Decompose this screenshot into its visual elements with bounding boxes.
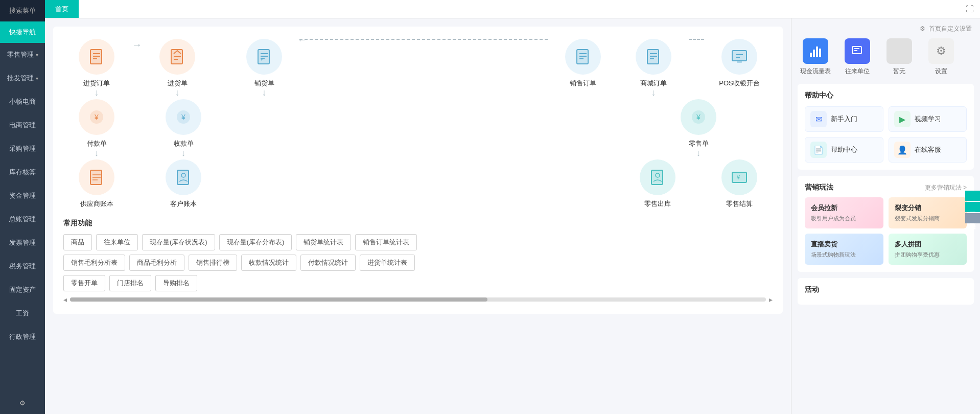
sidebar-item-retail[interactable]: 零售管理 ▾ xyxy=(0,43,45,66)
tab-home[interactable]: 首页 xyxy=(45,0,79,18)
sidebar-item-tax[interactable]: 税务管理 xyxy=(0,255,45,278)
marketing-grid: 会员拉新 吸引用户成为会员 裂变分销 裂变式发展分销商 直播卖货 场景式购物新玩… xyxy=(805,197,967,265)
sidebar-item-purchase[interactable]: 采购管理 xyxy=(0,137,45,160)
circle-retail-out xyxy=(640,159,675,195)
group-title: 多人拼团 xyxy=(895,240,961,249)
node-customer-ledger[interactable]: 客户账本 xyxy=(150,159,217,209)
live-sub: 场景式购物新玩法 xyxy=(811,251,877,259)
node-label-customer-ledger: 客户账本 xyxy=(170,199,197,209)
btn-store-rank[interactable]: 门店排名 xyxy=(109,275,151,291)
arrow-down-receipt: ↓ xyxy=(181,148,186,157)
svg-text:¥: ¥ xyxy=(736,174,740,180)
node-label-supplier-ledger: 供应商账本 xyxy=(80,199,113,209)
scroll-left-icon[interactable]: ◂ xyxy=(63,295,67,304)
btn-partner[interactable]: 往来单位 xyxy=(96,234,138,250)
node-label-sales: 销货单 xyxy=(254,79,274,88)
marketing-item-fission[interactable]: 裂变分销 裂变式发展分销商 xyxy=(889,197,967,228)
sidebar-item-salary[interactable]: 工资 xyxy=(0,302,45,325)
sidebar-item-label: 零售管理 xyxy=(7,50,34,59)
quick-icon-none[interactable]: 暂无 xyxy=(881,38,917,76)
arrow-down-retail-order: ↓ xyxy=(696,148,701,157)
scroll-track[interactable] xyxy=(70,297,766,302)
btn-sales-margin[interactable]: 销售毛利分析表 xyxy=(63,255,125,271)
node-retail-settle[interactable]: ¥ 零售结算 xyxy=(706,159,773,209)
video-label: 视频学习 xyxy=(915,114,941,124)
btn-purchase-stat[interactable]: 进货单统计表 xyxy=(360,255,415,271)
node-retail-order[interactable]: ¥ 零售单 xyxy=(665,99,732,148)
sidebar-item-ledger[interactable]: 总账管理 xyxy=(0,208,45,231)
btn-receipt-stat[interactable]: 收款情况统计 xyxy=(241,255,296,271)
help-item-help[interactable]: 📄 帮助中心 xyxy=(805,137,883,163)
btn-goods[interactable]: 商品 xyxy=(63,234,92,250)
sidebar-item-finance[interactable]: 资金管理 xyxy=(0,184,45,208)
btn-stock-dist[interactable]: 现存量(库存分布表) xyxy=(219,234,292,250)
float-btn-service[interactable]: 客服热线 xyxy=(965,191,980,201)
circle-pos xyxy=(721,39,757,75)
marketing-item-member[interactable]: 会员拉新 吸引用户成为会员 xyxy=(805,197,883,228)
sidebar-search[interactable]: 搜索菜单 xyxy=(0,0,45,21)
node-sales-order[interactable]: 销售订单 xyxy=(550,39,616,88)
sidebar: 搜索菜单 快捷导航 零售管理 ▾ 批发管理 ▾ 小畅电商 电商管理 采购管理 库… xyxy=(0,0,45,414)
node-retail-out[interactable]: 零售出库 xyxy=(624,159,691,209)
sidebar-item-admin[interactable]: 行政管理 xyxy=(0,325,45,349)
node-label-payment: 付款单 xyxy=(87,139,107,148)
arrow-h-1: → xyxy=(132,39,142,51)
btn-retail-order[interactable]: 零售开单 xyxy=(63,275,105,291)
node-purchase-order[interactable]: 进货订单 xyxy=(63,39,130,88)
sidebar-item-label: 总账管理 xyxy=(9,215,36,224)
customize-link[interactable]: ⚙ 首页自定义设置 xyxy=(798,25,974,33)
float-btn-community[interactable]: 服务社区 xyxy=(965,202,980,212)
svg-rect-53 xyxy=(819,49,821,57)
node-purchase[interactable]: 进货单 xyxy=(144,39,211,88)
sidebar-item-label: 批发管理 xyxy=(7,74,34,83)
node-pos[interactable]: POS收银开台 xyxy=(706,39,773,88)
fission-sub: 裂变式发展分销商 xyxy=(895,215,961,222)
marketing-item-group[interactable]: 多人拼团 拼团购物享受优惠 xyxy=(889,234,967,265)
scroll-right-icon[interactable]: ▸ xyxy=(769,295,773,304)
node-sales[interactable]: ¥ 销货单 xyxy=(231,39,297,88)
more-marketing-link[interactable]: 更多营销玩法 > xyxy=(925,183,967,192)
btn-payment-stat[interactable]: 付款情况统计 xyxy=(300,255,356,271)
quick-icon-cashflow[interactable]: 现金流量表 xyxy=(798,38,833,76)
btn-sales-order-stat[interactable]: 销售订单统计表 xyxy=(355,234,417,250)
btn-stock-status[interactable]: 现存量(库存状况表) xyxy=(142,234,215,250)
sidebar-item-label: 工资 xyxy=(16,309,29,318)
fullscreen-icon[interactable]: ⛶ xyxy=(966,5,974,14)
quick-icon-partner[interactable]: 往来单位 xyxy=(839,38,875,76)
circle-retail-settle: ¥ xyxy=(721,159,757,195)
help-item-beginner[interactable]: ✉ 新手入门 xyxy=(805,106,883,132)
node-supplier-ledger[interactable]: 供应商账本 xyxy=(63,159,130,209)
node-label-receipt: 收款单 xyxy=(174,139,194,148)
help-item-video[interactable]: ▶ 视频学习 xyxy=(889,106,967,132)
sidebar-item-ecommerce[interactable]: 电商管理 xyxy=(0,113,45,137)
func-grid-row1: 商品 往来单位 现存量(库存状况表) 现存量(库存分布表) 销货单统计表 销售订… xyxy=(63,234,773,250)
node-payment[interactable]: ¥ 付款单 xyxy=(63,99,130,148)
sidebar-item-wholesale[interactable]: 批发管理 ▾ xyxy=(0,66,45,90)
cashflow-icon-box xyxy=(803,38,828,64)
help-label: 帮助中心 xyxy=(831,145,857,154)
btn-sales-stat[interactable]: 销货单统计表 xyxy=(296,234,351,250)
sidebar-item-label: 税务管理 xyxy=(9,262,36,271)
btn-goods-margin[interactable]: 商品毛利分析 xyxy=(129,255,184,271)
help-item-service[interactable]: 👤 在线客服 xyxy=(889,137,967,163)
btn-guide-rank[interactable]: 导购排名 xyxy=(155,275,197,291)
spacer-pos xyxy=(721,88,757,97)
sidebar-settings[interactable]: ⚙ xyxy=(0,392,45,414)
sidebar-item-inventory[interactable]: 库存核算 xyxy=(0,160,45,184)
node-col-retail-order: ¥ 零售单 ↓ xyxy=(665,99,732,157)
svg-text:¥: ¥ xyxy=(696,113,701,121)
arrow-down-3: ↓ xyxy=(262,88,267,97)
node-receipt[interactable]: ¥ 收款单 xyxy=(150,99,217,148)
node-col-receipt: ¥ 收款单 ↓ xyxy=(150,99,217,157)
quick-icon-settings[interactable]: ⚙ 设置 xyxy=(923,38,959,76)
sidebar-item-invoice[interactable]: 发票管理 xyxy=(0,231,45,255)
sidebar-item-ecommerce-small[interactable]: 小畅电商 xyxy=(0,90,45,113)
btn-sales-rank[interactable]: 销售排行榜 xyxy=(189,255,237,271)
video-icon: ▶ xyxy=(894,111,911,127)
float-btn-desktop[interactable]: 桌面快捷 xyxy=(965,213,980,223)
marketing-item-live[interactable]: 直播卖货 场景式购物新玩法 xyxy=(805,234,883,265)
node-mall-order[interactable]: 商城订单 xyxy=(620,39,687,88)
sidebar-item-assets[interactable]: 固定资产 xyxy=(0,278,45,302)
svg-rect-29 xyxy=(737,61,742,63)
sidebar-quicknav[interactable]: 快捷导航 xyxy=(0,21,45,43)
